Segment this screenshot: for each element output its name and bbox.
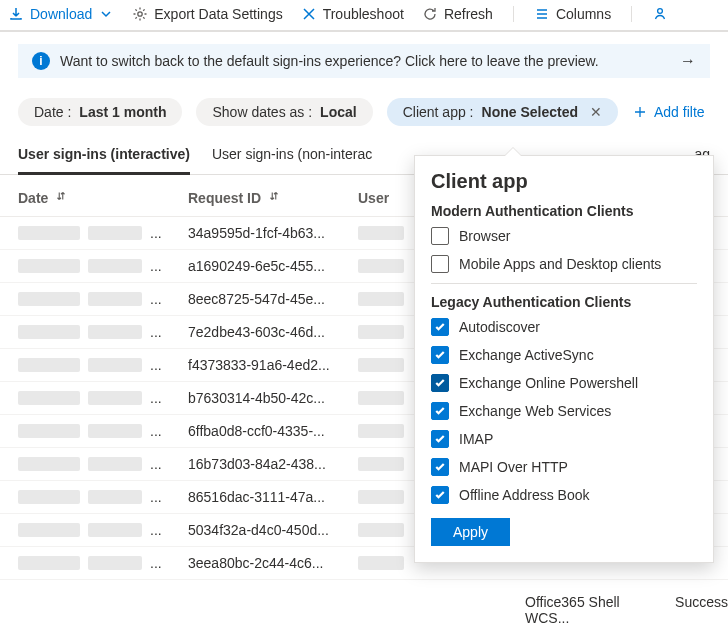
bottom-peek: Office365 Shell WCS... Success bbox=[525, 594, 728, 626]
peek-app: Office365 Shell WCS... bbox=[525, 594, 647, 626]
cell-date: ... bbox=[18, 324, 188, 340]
checkbox-label: Exchange Online Powershell bbox=[459, 375, 638, 391]
filter-showdates[interactable]: Show dates as : Local bbox=[196, 98, 372, 126]
col-request-header[interactable]: Request ID bbox=[188, 189, 358, 206]
legacy-list: AutodiscoverExchange ActiveSyncExchange … bbox=[431, 318, 697, 504]
close-icon[interactable]: ✕ bbox=[590, 104, 602, 120]
modern-header: Modern Authentication Clients bbox=[431, 203, 697, 219]
svg-point-0 bbox=[138, 12, 142, 16]
columns-button[interactable]: Columns bbox=[534, 6, 611, 22]
command-bar: Download Export Data Settings Troublesho… bbox=[0, 0, 728, 32]
cell-request: 8eec8725-547d-45e... bbox=[188, 291, 358, 307]
cell-request: 5034f32a-d4c0-450d... bbox=[188, 522, 358, 538]
checkbox-label: MAPI Over HTTP bbox=[459, 459, 568, 475]
cell-date: ... bbox=[18, 390, 188, 406]
checkbox-exchange-online-powershell[interactable]: Exchange Online Powershell bbox=[431, 374, 697, 392]
checkbox-box bbox=[431, 255, 449, 273]
checkbox-box bbox=[431, 402, 449, 420]
refresh-icon bbox=[422, 6, 438, 22]
checkbox-mobile-apps-and-desktop-clients[interactable]: Mobile Apps and Desktop clients bbox=[431, 255, 697, 273]
tab-noninteractive[interactable]: User sign-ins (non-interac bbox=[212, 140, 372, 174]
tab-interactive[interactable]: User sign-ins (interactive) bbox=[18, 140, 190, 175]
troubleshoot-button[interactable]: Troubleshoot bbox=[301, 6, 404, 22]
filter-clientapp[interactable]: Client app : None Selected ✕ bbox=[387, 98, 618, 126]
chevron-down-icon bbox=[98, 6, 114, 22]
troubleshoot-label: Troubleshoot bbox=[323, 6, 404, 22]
checkbox-box bbox=[431, 458, 449, 476]
checkbox-box bbox=[431, 346, 449, 364]
col-user-label: User bbox=[358, 190, 389, 206]
arrow-right-icon: → bbox=[680, 52, 696, 70]
cell-date: ... bbox=[18, 291, 188, 307]
col-request-label: Request ID bbox=[188, 190, 261, 206]
checkbox-browser[interactable]: Browser bbox=[431, 227, 697, 245]
download-button[interactable]: Download bbox=[8, 6, 114, 22]
filter-showdates-val: Local bbox=[320, 104, 357, 120]
cell-date: ... bbox=[18, 522, 188, 538]
filter-date-pre: Date : bbox=[34, 104, 71, 120]
checkbox-box bbox=[431, 318, 449, 336]
divider bbox=[431, 283, 697, 284]
cell-date: ... bbox=[18, 225, 188, 241]
legacy-header: Legacy Authentication Clients bbox=[431, 294, 697, 310]
add-filter-label: Add filte bbox=[654, 104, 705, 120]
cell-request: 6ffba0d8-ccf0-4335-... bbox=[188, 423, 358, 439]
checkbox-imap[interactable]: IMAP bbox=[431, 430, 697, 448]
popover-title: Client app bbox=[431, 170, 697, 193]
filter-showdates-pre: Show dates as : bbox=[212, 104, 312, 120]
apply-button[interactable]: Apply bbox=[431, 518, 510, 546]
add-filter-button[interactable]: Add filte bbox=[632, 104, 705, 120]
cell-request: 16b73d03-84a2-438... bbox=[188, 456, 358, 472]
svg-point-1 bbox=[658, 9, 663, 14]
checkbox-exchange-web-services[interactable]: Exchange Web Services bbox=[431, 402, 697, 420]
overflow-button[interactable] bbox=[652, 6, 668, 22]
checkbox-box bbox=[431, 486, 449, 504]
cell-request: b7630314-4b50-42c... bbox=[188, 390, 358, 406]
cell-date: ... bbox=[18, 258, 188, 274]
gear-icon bbox=[132, 6, 148, 22]
checkbox-box bbox=[431, 374, 449, 392]
cell-request: f4373833-91a6-4ed2... bbox=[188, 357, 358, 373]
cell-request: 7e2dbe43-603c-46d... bbox=[188, 324, 358, 340]
separator bbox=[631, 6, 632, 22]
checkbox-label: Exchange ActiveSync bbox=[459, 347, 594, 363]
cell-request: 86516dac-3111-47a... bbox=[188, 489, 358, 505]
cell-date: ... bbox=[18, 357, 188, 373]
filter-date-val: Last 1 month bbox=[79, 104, 166, 120]
checkbox-exchange-activesync[interactable]: Exchange ActiveSync bbox=[431, 346, 697, 364]
checkbox-label: Offline Address Book bbox=[459, 487, 589, 503]
checkbox-label: Browser bbox=[459, 228, 510, 244]
filter-clientapp-val: None Selected bbox=[482, 104, 578, 120]
export-settings-button[interactable]: Export Data Settings bbox=[132, 6, 282, 22]
cell-date: ... bbox=[18, 489, 188, 505]
filter-row: Date : Last 1 month Show dates as : Loca… bbox=[0, 78, 728, 132]
checkbox-autodiscover[interactable]: Autodiscover bbox=[431, 318, 697, 336]
columns-label: Columns bbox=[556, 6, 611, 22]
filter-clientapp-pre: Client app : bbox=[403, 104, 474, 120]
refresh-button[interactable]: Refresh bbox=[422, 6, 493, 22]
filter-date[interactable]: Date : Last 1 month bbox=[18, 98, 182, 126]
refresh-label: Refresh bbox=[444, 6, 493, 22]
banner-text: Want to switch back to the default sign-… bbox=[60, 53, 599, 69]
download-icon bbox=[8, 6, 24, 22]
peek-status: Success bbox=[675, 594, 728, 626]
cell-request: a1690249-6e5c-455... bbox=[188, 258, 358, 274]
filter-add-icon bbox=[632, 104, 648, 120]
separator bbox=[513, 6, 514, 22]
checkbox-label: Autodiscover bbox=[459, 319, 540, 335]
checkbox-offline-address-book[interactable]: Offline Address Book bbox=[431, 486, 697, 504]
col-date-label: Date bbox=[18, 190, 48, 206]
checkbox-box bbox=[431, 227, 449, 245]
person-icon bbox=[652, 6, 668, 22]
col-date-header[interactable]: Date bbox=[18, 189, 188, 206]
checkbox-label: IMAP bbox=[459, 431, 493, 447]
cell-request: 34a9595d-1fcf-4b63... bbox=[188, 225, 358, 241]
cell-date: ... bbox=[18, 456, 188, 472]
clientapp-popover: Client app Modern Authentication Clients… bbox=[414, 155, 714, 563]
checkbox-label: Mobile Apps and Desktop clients bbox=[459, 256, 661, 272]
sort-icon bbox=[267, 189, 281, 206]
preview-banner[interactable]: i Want to switch back to the default sig… bbox=[18, 44, 710, 78]
checkbox-label: Exchange Web Services bbox=[459, 403, 611, 419]
checkbox-mapi-over-http[interactable]: MAPI Over HTTP bbox=[431, 458, 697, 476]
sort-icon bbox=[54, 189, 68, 206]
